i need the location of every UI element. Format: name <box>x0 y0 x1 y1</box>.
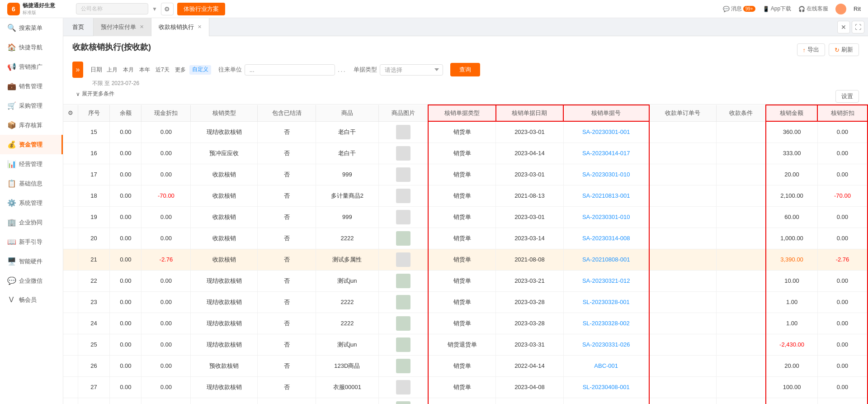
sidebar-item-marketing[interactable]: 📢 营销推广 <box>0 57 63 76</box>
col-cancel-doc-no[interactable]: ABC-001 <box>563 355 649 376</box>
sidebar-item-quicknav[interactable]: 🏠 快捷导航 <box>0 38 63 57</box>
date-this-month[interactable]: 本月 <box>121 65 136 75</box>
col-cancel-doc-no[interactable]: SA-20230414-017 <box>563 143 649 164</box>
col-header-cancel-doc-date: 核销单据日期 <box>496 105 563 121</box>
sidebar-item-system[interactable]: ⚙️ 系统管理 <box>0 193 63 213</box>
col-cancel-type: 现结收款核销 <box>191 270 258 291</box>
data-table: ⚙ 序号 余额 现金折扣 核销类型 包含已结清 商品 商品图片 核销单据类型 核… <box>63 105 868 404</box>
sidebar-item-funds[interactable]: 💰 资金管理 <box>0 135 63 154</box>
date-range-display: 不限 至 2023-07-26 <box>92 80 859 87</box>
col-receipt-condition <box>716 376 766 398</box>
col-cash-discount: 0.00 <box>142 313 191 334</box>
settings-button[interactable]: 设置 <box>835 90 859 103</box>
date-custom[interactable]: 自定义 <box>189 65 211 75</box>
col-receipt-condition <box>716 185 766 206</box>
sidebar-item-corp[interactable]: 🏢 企业协同 <box>0 213 63 232</box>
col-included-settled: 否 <box>258 249 316 270</box>
col-included-settled: 否 <box>258 334 316 355</box>
col-product-image <box>379 143 429 164</box>
col-included-settled: 否 <box>258 398 316 404</box>
date-this-year[interactable]: 本年 <box>137 65 152 75</box>
sidebar-item-wechat[interactable]: 💬 企业微信 <box>0 271 63 290</box>
col-receipt-order-no <box>649 164 717 185</box>
sidebar-item-operations[interactable]: 📊 经营管理 <box>0 154 63 174</box>
tab-home[interactable]: 首页 <box>63 18 94 36</box>
sidebar-item-inventory[interactable]: 📦 库存核算 <box>0 115 63 135</box>
col-header-gear[interactable]: ⚙ <box>63 105 78 121</box>
col-cancel-doc-no[interactable]: SA-20230301-001 <box>563 121 649 143</box>
sidebar-item-search[interactable]: 🔍 搜索菜单 <box>0 18 63 38</box>
col-cancel-doc-no[interactable]: SL-20230418-001 <box>563 398 649 404</box>
sidebar-item-member[interactable]: V 畅会员 <box>0 290 63 309</box>
avatar[interactable] <box>835 4 846 14</box>
col-receipt-condition <box>716 143 766 164</box>
col-cancel-doc-no[interactable]: SA-20230314-008 <box>563 228 649 249</box>
col-gear <box>63 355 78 376</box>
col-cancel-doc-no[interactable]: SA-20210808-001 <box>563 249 649 270</box>
filter-collapse-button[interactable]: » <box>72 62 83 78</box>
party-dots[interactable]: ... <box>338 66 346 74</box>
doctype-select[interactable]: 请选择 <box>380 64 443 76</box>
col-cancel-doc-type: 销货单 <box>428 313 495 334</box>
app-download-button[interactable]: 📱 App下载 <box>763 5 791 13</box>
col-receipt-condition <box>716 249 766 270</box>
sidebar-label: 资金管理 <box>19 141 42 149</box>
product-image <box>396 359 410 373</box>
tab-prepay[interactable]: 预付冲应付单 ✕ <box>94 18 151 36</box>
col-gear <box>63 228 78 249</box>
col-cancel-doc-date: 2021-08-08 <box>496 249 563 270</box>
export-button[interactable]: ↑ 导出 <box>797 43 826 56</box>
col-cash-discount: 0.00 <box>142 206 191 228</box>
col-product: 测试多属性 <box>316 249 378 270</box>
col-cancel-doc-no[interactable]: SL-20230408-001 <box>563 376 649 398</box>
col-cancel-type: 现结收款核销 <box>191 121 258 143</box>
tab-prepay-close[interactable]: ✕ <box>140 24 144 30</box>
col-cancel-doc-no[interactable]: SA-20210813-001 <box>563 185 649 206</box>
party-input[interactable] <box>245 64 335 76</box>
settings-icon[interactable]: ⚙ <box>161 3 174 15</box>
sidebar-item-guide[interactable]: 📖 新手引导 <box>0 232 63 252</box>
col-cancel-amount: 100.00 <box>766 398 817 404</box>
col-header-cancel-amount: 核销金额 <box>766 105 817 121</box>
system-icon: ⚙️ <box>7 199 15 207</box>
col-product: 测试jun <box>316 334 378 355</box>
col-no: 22 <box>78 270 110 291</box>
col-cancel-doc-no[interactable]: SL-20230328-001 <box>563 291 649 313</box>
company-selector[interactable]: 公司名称 <box>76 3 148 14</box>
date-7days[interactable]: 近7天 <box>154 65 171 75</box>
trial-button[interactable]: 体验行业方案 <box>177 3 225 15</box>
tab-collect[interactable]: 收款核销执行 ✕ <box>151 18 209 36</box>
col-gear <box>63 334 78 355</box>
col-header-cancel-doc-no: 核销单据号 <box>563 105 649 121</box>
sidebar-item-hardware[interactable]: 🖥️ 智能硬件 <box>0 252 63 271</box>
col-product-image <box>379 291 429 313</box>
col-cancel-type: 收款核销 <box>191 185 258 206</box>
col-cancel-doc-no[interactable]: SA-20230301-010 <box>563 164 649 185</box>
col-product-image <box>379 121 429 143</box>
date-more[interactable]: 更多 <box>173 65 188 75</box>
message-button[interactable]: 💬 消息 99+ <box>723 5 755 13</box>
marketing-icon: 📢 <box>7 62 15 71</box>
col-cancel-doc-no[interactable]: SL-20230328-002 <box>563 313 649 334</box>
date-last-month[interactable]: 上月 <box>105 65 119 75</box>
col-cancel-doc-type: 销货单 <box>428 270 495 291</box>
sidebar-item-purchase[interactable]: 🛒 采购管理 <box>0 96 63 115</box>
col-cancel-doc-no[interactable]: SA-20230301-010 <box>563 206 649 228</box>
sidebar-item-basicinfo[interactable]: 📋 基础信息 <box>0 174 63 193</box>
query-button[interactable]: 查询 <box>450 63 480 76</box>
tab-expand-btn[interactable]: ⛶ <box>852 21 864 33</box>
sidebar-item-sales[interactable]: 💼 销售管理 <box>0 76 63 96</box>
tab-close-btn[interactable]: ✕ <box>837 21 850 33</box>
col-balance: 0.00 <box>110 121 142 143</box>
col-cancel-discount: 0.00 <box>817 228 868 249</box>
funds-icon: 💰 <box>7 140 15 149</box>
col-cancel-doc-no[interactable]: SA-20230321-012 <box>563 270 649 291</box>
tab-collect-close[interactable]: ✕ <box>198 24 202 30</box>
expand-button[interactable]: ∨ 展开更多条件 <box>72 89 118 99</box>
col-cancel-discount: 0.00 <box>817 313 868 334</box>
col-cancel-doc-no[interactable]: SA-20230331-026 <box>563 334 649 355</box>
online-service-button[interactable]: 🎧 在线客服 <box>798 5 828 13</box>
sidebar-label: 企业协同 <box>19 219 42 227</box>
refresh-button[interactable]: ↻ 刷新 <box>829 43 859 56</box>
col-balance: 0.00 <box>110 355 142 376</box>
